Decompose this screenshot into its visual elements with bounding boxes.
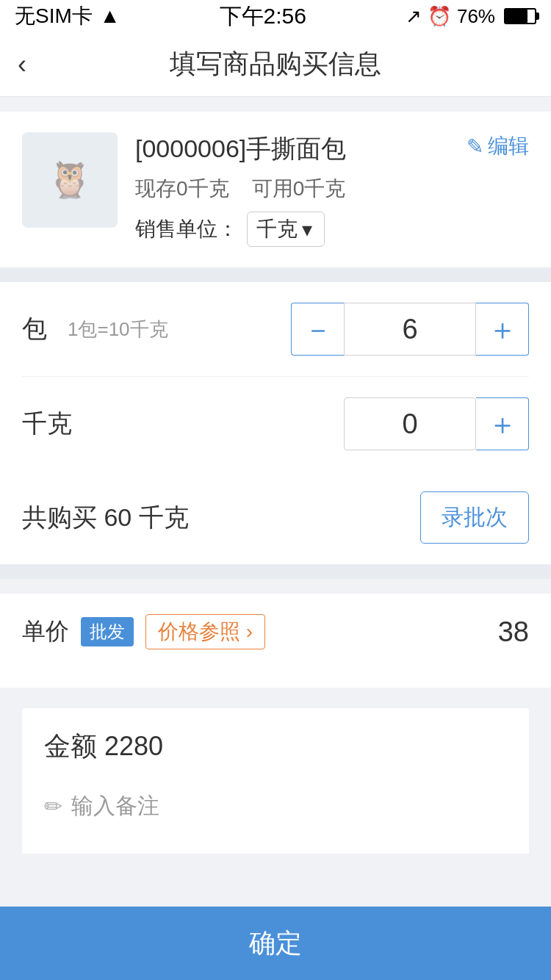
bag-quantity-input[interactable] xyxy=(344,303,476,356)
available-label: 可用0千克 xyxy=(252,177,346,200)
chevron-down-icon: ▾ xyxy=(302,217,312,242)
product-unit-row: 销售单位： 千克 ▾ xyxy=(135,212,529,247)
bag-controls: － ＋ xyxy=(291,303,529,356)
divider-2 xyxy=(0,564,551,579)
pencil-icon: ✏ xyxy=(44,793,62,819)
amount-label: 金额 2280 xyxy=(44,729,507,765)
bag-input-row: 包 1包=10千克 － ＋ xyxy=(22,282,529,377)
price-ref-label: 价格参照 › xyxy=(158,618,253,646)
unit-select[interactable]: 千克 ▾ xyxy=(247,212,325,247)
divider-1 xyxy=(0,267,551,282)
status-right: ↗ ⏰ 76% xyxy=(406,5,536,28)
location-icon: ↗ xyxy=(406,5,422,28)
unit-prefix: 销售单位： xyxy=(135,215,238,243)
total-row: 共购买 60 千克 录批次 xyxy=(0,471,551,564)
price-type-badge: 批发 xyxy=(81,617,134,646)
confirm-button[interactable]: 确定 xyxy=(0,907,551,980)
edit-icon: ✎ xyxy=(467,134,483,159)
kg-input-row: 千克 ＋ xyxy=(22,377,529,471)
input-section: 包 1包=10千克 － ＋ 千克 ＋ xyxy=(0,282,551,471)
alarm-icon: ⏰ xyxy=(428,5,451,28)
status-bar: 无SIM卡 ▲ 下午2:56 ↗ ⏰ 76% xyxy=(0,0,551,32)
bag-hint: 1包=10千克 xyxy=(68,317,168,342)
product-logo: 🦉 xyxy=(48,159,92,201)
stock-label: 现存0千克 xyxy=(135,177,229,200)
carrier-label: 无SIM卡 xyxy=(15,2,93,30)
status-left: 无SIM卡 ▲ xyxy=(15,2,120,30)
price-value: 38 xyxy=(498,616,529,648)
price-row: 单价 批发 价格参照 › 38 xyxy=(22,614,529,649)
amount-row: 金额 2280 ✏ 输入备注 xyxy=(22,708,529,854)
price-section: 单价 批发 价格参照 › 38 xyxy=(0,594,551,688)
kg-controls: ＋ xyxy=(344,397,529,450)
battery-icon xyxy=(504,8,536,24)
battery-percent: 76% xyxy=(457,5,495,28)
kg-quantity-input[interactable] xyxy=(344,397,476,450)
price-reference-button[interactable]: 价格参照 › xyxy=(145,614,265,649)
wifi-icon: ▲ xyxy=(100,4,120,28)
page-title: 填写商品购买信息 xyxy=(170,46,381,82)
remark-placeholder: 输入备注 xyxy=(71,791,159,821)
remark-row[interactable]: ✏ 输入备注 xyxy=(44,779,507,833)
bag-label: 包 xyxy=(22,312,47,346)
edit-button[interactable]: ✎ 编辑 xyxy=(467,132,529,160)
bag-minus-button[interactable]: － xyxy=(291,303,344,356)
product-card: 🦉 [0000006]手撕面包 现存0千克 可用0千克 销售单位： 千克 ▾ ✎… xyxy=(0,112,551,267)
amount-section: 金额 2280 ✏ 输入备注 xyxy=(0,688,551,854)
back-button[interactable]: ‹ xyxy=(18,49,26,80)
nav-bar: ‹ 填写商品购买信息 xyxy=(0,32,551,97)
price-label: 单价 xyxy=(22,616,69,648)
record-batch-button[interactable]: 录批次 xyxy=(420,491,529,544)
product-stock: 现存0千克 可用0千克 xyxy=(135,175,529,203)
product-image: 🦉 xyxy=(22,132,118,228)
bag-plus-button[interactable]: ＋ xyxy=(476,303,529,356)
total-label: 共购买 60 千克 xyxy=(22,501,189,535)
kg-plus-button[interactable]: ＋ xyxy=(476,397,529,450)
kg-label: 千克 xyxy=(22,407,72,441)
status-time: 下午2:56 xyxy=(220,1,306,32)
